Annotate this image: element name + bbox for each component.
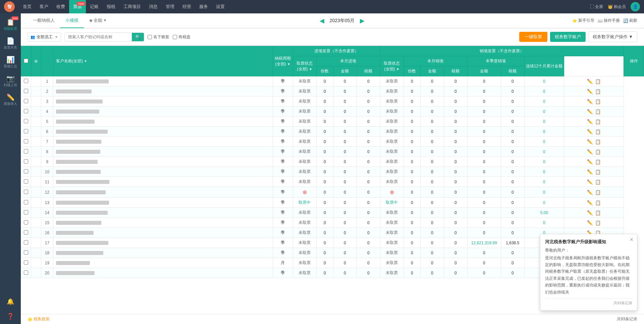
copy-icon[interactable]: 📋: [595, 220, 601, 225]
row-check[interactable]: [21, 268, 31, 278]
search-input[interactable]: [65, 33, 132, 41]
row-out-tax: 0: [444, 107, 467, 117]
sidebar-item-smart-invoice[interactable]: 📋 智能取票 new: [1, 15, 20, 34]
edit-icon[interactable]: ✏️: [587, 99, 593, 104]
tax-policy-link[interactable]: 🌟 税务政策: [28, 316, 50, 322]
sidebar-item-scan-upload[interactable]: 📷 扫描上传: [1, 72, 20, 90]
manual-btn[interactable]: 📖 操作手册: [598, 18, 620, 23]
row-check[interactable]: [21, 137, 31, 147]
nav-item-services[interactable]: 服务: [195, 0, 212, 13]
row-check[interactable]: [21, 96, 31, 107]
nav-item-invoices[interactable]: 票据 new: [69, 0, 86, 13]
edit-icon[interactable]: ✏️: [587, 179, 593, 185]
row-check[interactable]: [21, 228, 31, 238]
copy-icon[interactable]: 📋: [595, 109, 601, 114]
sidebar-bottom-btn1[interactable]: 🔔: [1, 295, 20, 308]
refresh-btn[interactable]: 🔄 刷新: [623, 18, 637, 23]
copy-icon[interactable]: 📋: [595, 139, 601, 144]
col-tax-period-header[interactable]: 纳税周期(全部) ▼: [273, 46, 293, 76]
tab-general-taxpayer[interactable]: 一般纳税人: [28, 13, 60, 28]
tax-ops-btn[interactable]: 税务数字账户操作 ▼: [588, 31, 637, 42]
row-check[interactable]: [21, 107, 31, 117]
copy-icon[interactable]: 📋: [595, 149, 601, 154]
col-out-fetch-status-header[interactable]: 取票状态(全部) ▼: [380, 56, 404, 76]
row-check[interactable]: [21, 218, 31, 228]
sidebar-item-invoice-summary[interactable]: 📊 票据汇总: [1, 53, 20, 71]
row-check[interactable]: [21, 208, 31, 218]
nav-item-business[interactable]: 工商项目: [119, 0, 145, 13]
my-accounts-checkbox[interactable]: [148, 35, 152, 39]
my-accounts-checkbox-wrap[interactable]: 名下账套: [148, 34, 169, 40]
edit-icon[interactable]: ✏️: [587, 159, 593, 165]
edit-icon[interactable]: ✏️: [587, 190, 593, 195]
notification-close-btn[interactable]: ✕: [630, 237, 634, 242]
row-check[interactable]: [21, 167, 31, 177]
col-settings-header[interactable]: ⚙: [31, 46, 41, 76]
search-button[interactable]: 🔍: [132, 33, 144, 41]
employee-select[interactable]: 👥 全部员工 ▼: [28, 33, 61, 42]
copy-icon[interactable]: 📋: [595, 129, 601, 134]
edit-icon[interactable]: ✏️: [587, 129, 593, 134]
nav-item-billing[interactable]: 收费: [52, 0, 69, 13]
nav-item-accounting[interactable]: 记账: [86, 0, 103, 13]
edit-icon[interactable]: ✏️: [587, 89, 593, 94]
copy-icon[interactable]: 📋: [595, 99, 601, 104]
nav-item-clients[interactable]: 客户: [36, 0, 52, 13]
tab-small-scale[interactable]: 小规模: [60, 13, 84, 28]
edit-icon[interactable]: ✏️: [587, 210, 593, 215]
new-guide-btn[interactable]: ⭐ 新手引导: [572, 18, 594, 23]
sidebar-bottom-btn2[interactable]: ❓: [1, 310, 20, 323]
edit-icon[interactable]: ✏️: [587, 109, 593, 114]
col-client-name-header[interactable]: 客户名称(全部) ▼: [53, 46, 273, 76]
copy-icon[interactable]: 📋: [595, 210, 601, 215]
copy-icon[interactable]: 📋: [595, 89, 601, 94]
col-in-fetch-status-header[interactable]: 取票状态(全部) ▼: [293, 56, 316, 76]
nav-item-home[interactable]: 首页: [19, 0, 36, 13]
edit-icon[interactable]: ✏️: [587, 119, 593, 124]
avatar[interactable]: 👤: [631, 2, 640, 11]
nav-item-messages[interactable]: 消息: [145, 0, 162, 13]
row-check[interactable]: [21, 147, 31, 157]
member-btn[interactable]: 👑 购会员: [608, 4, 626, 10]
has-tax-checkbox-wrap[interactable]: 有税盘: [173, 34, 191, 40]
copy-icon[interactable]: 📋: [595, 200, 601, 205]
row-check[interactable]: [21, 76, 31, 86]
edit-icon[interactable]: ✏️: [587, 200, 593, 205]
row-check[interactable]: [21, 117, 31, 127]
nav-item-management[interactable]: 管理: [162, 0, 178, 13]
one-click-fetch-btn[interactable]: 一键取票: [519, 32, 547, 42]
row-check[interactable]: [21, 248, 31, 258]
tab-all-capable[interactable]: ◈全能 ▼: [84, 13, 112, 28]
period-next-btn[interactable]: ▶: [359, 17, 366, 24]
fullscreen-btn[interactable]: ⛶ 全屏: [590, 4, 603, 10]
row-check[interactable]: [21, 157, 31, 167]
row-check[interactable]: [21, 187, 31, 198]
copy-icon[interactable]: 📋: [595, 79, 601, 84]
copy-icon[interactable]: 📋: [595, 159, 601, 165]
copy-icon[interactable]: 📋: [595, 119, 601, 124]
period-prev-btn[interactable]: ◀: [318, 17, 326, 24]
sidebar-item-invoice-open[interactable]: 📄 发票开具: [1, 34, 20, 52]
copy-icon[interactable]: 📋: [595, 179, 601, 185]
col-check-header[interactable]: [21, 46, 31, 76]
has-tax-checkbox[interactable]: [173, 35, 177, 39]
copy-icon[interactable]: 📋: [595, 169, 601, 175]
edit-icon[interactable]: ✏️: [587, 79, 593, 84]
row-check[interactable]: [21, 198, 31, 208]
row-check[interactable]: [21, 258, 31, 268]
nav-item-tax[interactable]: 报税: [103, 0, 119, 13]
nav-item-operations[interactable]: 经营: [178, 0, 195, 13]
edit-icon[interactable]: ✏️: [587, 149, 593, 154]
edit-icon[interactable]: ✏️: [587, 169, 593, 175]
edit-icon[interactable]: ✏️: [587, 139, 593, 144]
row-check[interactable]: [21, 127, 31, 137]
edit-icon[interactable]: ✏️: [587, 220, 593, 225]
row-check[interactable]: [21, 86, 31, 96]
tax-digital-btn[interactable]: 税务数字账户: [550, 32, 586, 42]
copy-icon[interactable]: 📋: [595, 190, 601, 195]
select-all-checkbox[interactable]: [24, 59, 28, 63]
sidebar-item-invoice-entry[interactable]: ✏️ 票据录入: [1, 90, 20, 109]
row-check[interactable]: [21, 177, 31, 187]
row-check[interactable]: [21, 238, 31, 248]
nav-item-settings[interactable]: 设置: [212, 0, 229, 13]
